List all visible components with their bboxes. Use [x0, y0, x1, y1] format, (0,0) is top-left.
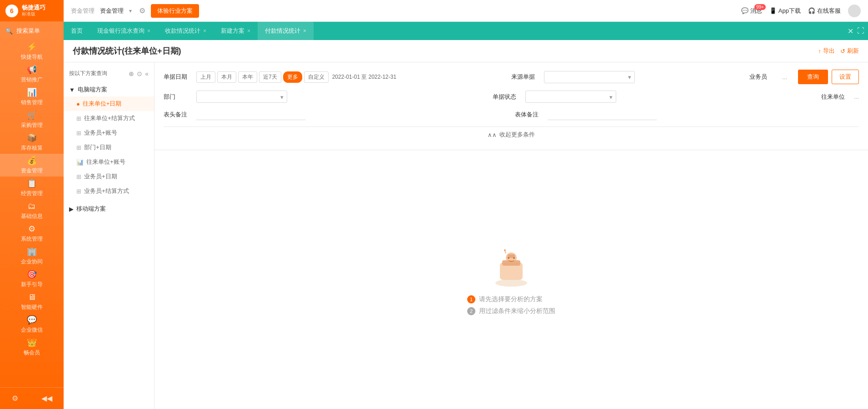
partner-dots[interactable]: ... — [854, 93, 859, 100]
trial-button[interactable]: 体验行业方案 — [151, 4, 199, 18]
scheme-table-icon2: ⊞ — [76, 130, 81, 136]
tab-payment-stat[interactable]: 付款情况统计 × — [258, 22, 314, 40]
filter-row-3: 表头备注 表体备注 — [164, 109, 859, 120]
message-button[interactable]: 💬 消息 99+ — [741, 7, 762, 15]
scheme-item-label: 往来单位+日期 — [83, 100, 122, 108]
close-all-tabs-icon[interactable]: ✕ — [848, 27, 853, 35]
last-month-btn[interactable]: 上月 — [196, 71, 215, 83]
refresh-button[interactable]: ↺ 刷新 — [840, 47, 859, 55]
scheme-item-label: 业务员+账号 — [84, 129, 117, 137]
collapse-panel-icon[interactable]: « — [145, 70, 149, 77]
tab-new-scheme-label: 新建方案 — [221, 27, 244, 35]
user-avatar[interactable] — [848, 5, 861, 17]
search-menu[interactable]: 🔍 搜索菜单 — [0, 22, 64, 40]
sidebar-item-enterprise[interactable]: 🏢 企业协同 — [0, 245, 64, 268]
tip-text-2: 用过滤条件来缩小分析范围 — [479, 307, 555, 315]
tip-num-1: 1 — [467, 295, 475, 303]
sidebar-item-inventory[interactable]: 📦 库存核算 — [0, 131, 64, 154]
collapse-sidebar-icon[interactable]: ◀◀ — [41, 394, 52, 403]
tab-bank-flow[interactable]: 现金银行流水查询 × — [90, 22, 158, 40]
header-note-label: 表头备注 — [164, 111, 189, 119]
scheme-settings-icon[interactable]: ⊙ — [137, 70, 142, 77]
system-icon: ⚙ — [28, 224, 35, 234]
svg-point-0 — [495, 279, 527, 287]
sidebar-item-label: 基础信息 — [21, 212, 43, 220]
last-7-days-btn[interactable]: 近7天 — [259, 71, 281, 83]
app-download-button[interactable]: 📱 App下载 — [769, 7, 801, 15]
sidebar-item-purchase[interactable]: 🛒 采购管理 — [0, 108, 64, 131]
sidebar-item-guide[interactable]: 🎯 新手引导 — [0, 268, 64, 290]
scheme-table-icon3: ⊞ — [76, 144, 81, 151]
sidebar-nav: ⚡ 快捷导航 📢 营销推广 📊 销售管理 🛒 采购管理 📦 库存核算 💰 资金管… — [0, 40, 64, 387]
header-note-input[interactable] — [196, 109, 305, 120]
sidebar-item-hardware[interactable]: 🖥 智能硬件 — [0, 290, 64, 313]
collapse-button[interactable]: ∧∧ 收起更多条件 — [164, 126, 859, 142]
scheme-item-unit-settle[interactable]: ⊞ 往来单位+结算方式 — [64, 111, 154, 126]
scheme-item-label: 部门+日期 — [84, 143, 111, 151]
sidebar-item-basic-info[interactable]: 🗂 基础信息 — [0, 199, 64, 222]
tab-new-scheme-close[interactable]: × — [247, 28, 250, 34]
query-button[interactable]: 查询 — [798, 70, 828, 84]
custom-date-btn[interactable]: 自定义 — [304, 71, 329, 83]
pc-scheme-label: 电脑端方案 — [78, 86, 107, 94]
page-header: 付款情况统计(往来单位+日期) ↑ 导出 ↺ 刷新 — [64, 40, 868, 62]
doc-status-select-wrap — [525, 91, 616, 103]
source-select[interactable] — [544, 71, 635, 83]
mobile-scheme-label: 移动端方案 — [76, 205, 106, 213]
scheme-item-staff-account[interactable]: ⊞ 业务员+账号 — [64, 126, 154, 140]
topbar-right: 💬 消息 99+ 📱 App下载 🎧 在线客服 — [741, 5, 861, 17]
tab-home[interactable]: 首页 — [64, 22, 90, 40]
sidebar-item-operation[interactable]: 📋 经营管理 — [0, 177, 64, 199]
setting-button[interactable]: 设置 — [832, 70, 859, 84]
left-panel-header-text: 按以下方案查询 — [69, 70, 126, 77]
sidebar-item-member[interactable]: 👑 畅会员 — [0, 336, 64, 359]
this-year-btn[interactable]: 本年 — [238, 71, 257, 83]
scheme-item-staff-date[interactable]: ⊞ 业务员+日期 — [64, 169, 154, 184]
scheme-item-staff-settle[interactable]: ⊞ 业务员+结算方式 — [64, 184, 154, 198]
body-note-input[interactable] — [548, 109, 657, 120]
sidebar-item-capital[interactable]: 💰 资金管理 — [0, 154, 64, 177]
refresh-icon: ↺ — [840, 48, 845, 55]
tabbar: 首页 现金银行流水查询 × 收款情况统计 × 新建方案 × 付款情况统计 × ✕… — [64, 22, 868, 40]
scheme-item-unit-account[interactable]: 📊 往来单位+账号 — [64, 155, 154, 169]
sidebar-item-wechat[interactable]: 💬 企业微信 — [0, 313, 64, 336]
search-label: 搜索菜单 — [16, 27, 40, 35]
content-area: 按以下方案查询 ⊕ ⊙ « ▼ 电脑端方案 ● 往来单位+日期 ⊞ — [64, 62, 868, 409]
operation-icon: 📋 — [27, 178, 37, 188]
export-button[interactable]: ↑ 导出 — [818, 47, 835, 55]
sidebar-item-quick-nav[interactable]: ⚡ 快捷导航 — [0, 40, 64, 63]
more-dates-btn[interactable]: 更多 — [283, 71, 302, 83]
tab-payment-stat-close[interactable]: × — [303, 28, 306, 34]
scheme-active-icon: ● — [76, 101, 80, 107]
left-panel-header: 按以下方案查询 ⊕ ⊙ « — [64, 66, 154, 81]
scheme-item-label: 业务员+日期 — [84, 172, 117, 181]
online-service-button[interactable]: 🎧 在线客服 — [808, 7, 841, 15]
maximize-icon[interactable]: ⛶ — [857, 27, 864, 35]
sidebar-item-sales[interactable]: 📊 销售管理 — [0, 86, 64, 108]
empty-tips: 1 请先选择要分析的方案 2 用过滤条件来缩小分析范围 — [467, 295, 555, 315]
tab-receipt-stat-close[interactable]: × — [203, 28, 206, 34]
mobile-scheme-group-title[interactable]: ▶ 移动端方案 — [64, 202, 154, 216]
settings-footer-icon[interactable]: ⚙ — [12, 394, 18, 403]
sidebar-item-system[interactable]: ⚙ 系统管理 — [0, 222, 64, 245]
topbar-dropdown[interactable]: 资金管理 — [100, 7, 124, 15]
logo-icon: 6 — [5, 5, 18, 17]
add-scheme-icon[interactable]: ⊕ — [129, 70, 134, 77]
app-label: App下载 — [778, 7, 801, 15]
tab-new-scheme[interactable]: 新建方案 × — [214, 22, 258, 40]
dept-select-wrap — [196, 91, 287, 103]
scheme-item-dept-date[interactable]: ⊞ 部门+日期 — [64, 140, 154, 155]
staff-dots[interactable]: ... — [782, 74, 787, 81]
dept-select[interactable] — [196, 91, 287, 103]
scheme-table-icon5: ⊞ — [76, 188, 81, 195]
doc-status-select[interactable] — [525, 91, 616, 103]
sidebar-item-label: 营销推广 — [21, 76, 43, 84]
sidebar-item-marketing[interactable]: 📢 营销推广 — [0, 63, 64, 86]
tab-receipt-stat[interactable]: 收款情况统计 × — [158, 22, 214, 40]
scheme-item-unit-date[interactable]: ● 往来单位+日期 — [64, 96, 154, 111]
topbar-gear-icon[interactable]: ⚙ — [139, 6, 145, 15]
tab-bank-flow-close[interactable]: × — [147, 28, 150, 34]
date-range-display: 2022-01-01 至 2022-12-31 — [332, 73, 396, 81]
pc-scheme-group-title[interactable]: ▼ 电脑端方案 — [64, 83, 154, 96]
this-month-btn[interactable]: 本月 — [217, 71, 236, 83]
